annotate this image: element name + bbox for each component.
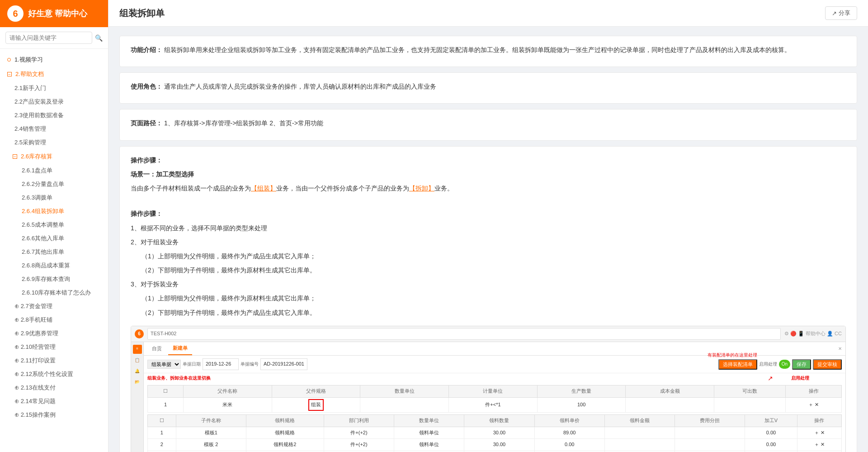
sidebar-item-print[interactable]: ⊕ 2.11打印设置	[0, 354, 108, 367]
th2-amount: 领料金额	[604, 414, 675, 427]
ss-toolbar-left: 组装单据 拆卸单据 单据日期 2019-12-26 单据编号 AD-201912…	[147, 358, 307, 370]
ss-upper-table: ☐ 父件名称 父件规格 数量单位 计量单位 生产数量 成本金额 可出数	[144, 383, 845, 414]
sidebar-item-purchase[interactable]: 2.5采购管理	[0, 136, 108, 149]
td-qty-val: 100	[537, 398, 626, 413]
td-avail-val	[714, 398, 786, 413]
sidebar: 6 好生意 帮助中心 🔍 1.视频学习 − 2.帮助文档 2.1新手入门 2.2…	[0, 0, 108, 452]
main-content: 组装拆卸单 ↗ 分享 功能介绍： 组装拆卸单用来处理企业组装或拆卸等加工业务，支…	[108, 0, 868, 452]
ss-annotation2: 组装业务、拆卸业务在这里切换	[147, 374, 211, 382]
expand-dot: ⊕	[14, 303, 21, 309]
sidebar-item-2610[interactable]: 2.6.10库存账本错了怎么办	[0, 286, 108, 300]
sidebar-item-mobile[interactable]: ⊕ 2.8手机旺铺	[0, 313, 108, 327]
ss-id-label: 单据编号	[241, 360, 259, 368]
nav-tree: 1.视频学习 − 2.帮助文档 2.1新手入门 2.2产品安装及登录 2.3使用…	[0, 49, 108, 452]
nav-label: 2.帮助文档	[15, 70, 44, 78]
search-box: 🔍	[0, 27, 108, 49]
th-parent-name: 父件名称	[183, 385, 272, 398]
ss-annotation3: 启用处理	[791, 374, 809, 382]
ss-select-bom-btn[interactable]: 选择装配清单	[718, 359, 757, 370]
sidebar-item-install[interactable]: 2.2产品安装及登录	[0, 95, 108, 109]
sidebar-item-268[interactable]: 2.6.8商品成本重算	[0, 259, 108, 272]
th-parent-spec: 父件规格	[272, 385, 360, 398]
sidebar-item-ops[interactable]: ⊕ 2.10经营管理	[0, 340, 108, 354]
th-qty: 生产数量	[537, 385, 626, 398]
sidebar-item-pay[interactable]: ⊕ 2.13在线支付	[0, 381, 108, 395]
step2-sub1: （1）上部明细为父件明细，最终作为产成品生成其它入库单；	[142, 251, 846, 262]
sidebar-item-video[interactable]: 1.视频学习	[0, 52, 108, 67]
sidebar-item-269[interactable]: 2.6.9库存账本查询	[0, 272, 108, 286]
ops-label: 操作步骤：	[131, 155, 846, 166]
main-header: 组装拆卸单 ↗ 分享	[108, 0, 868, 27]
step3-sub1: （1）上部明细为父件明细，最终作为原材料生成其它出库单；	[142, 293, 846, 304]
logo-icon: 6	[7, 5, 24, 22]
search-icon[interactable]: 🔍	[95, 34, 103, 42]
sidebar-item-266[interactable]: 2.6.6其他入库单	[0, 232, 108, 245]
expand-icon	[7, 58, 11, 62]
sidebar-item-263[interactable]: 2.6.3调拨单	[0, 191, 108, 205]
role-card: 使用角色： 通常由生产人员或库管人员完成拆装业务的操作，库管人员确认原材料的出库…	[119, 72, 857, 104]
ss-logo-icon: 6	[135, 329, 144, 338]
collapse-icon: −	[13, 154, 17, 159]
td-cost-val	[626, 398, 714, 413]
sidebar-item-data[interactable]: 2.3使用前数据准备	[0, 109, 108, 122]
ss-type-select[interactable]: 组装单据 拆卸单据	[147, 360, 181, 369]
expand-dot: ⊕	[14, 330, 21, 337]
step1: 1、根据不同的业务，选择不同单据的类型来处理	[131, 223, 846, 234]
role-text: 使用角色： 通常由生产人员或库管人员完成拆装业务的操作，库管人员确认原材料的出库…	[131, 81, 846, 92]
ss-annotation-row: 组装业务、拆卸业务在这里切换 ↗ 启用处理	[144, 373, 845, 383]
ss-annotation1: 有装配清单的在这里处理	[708, 351, 757, 359]
ss-url-bar: TEST-H002	[147, 328, 781, 340]
ss-side-icon3: 🔔	[131, 366, 143, 376]
sidebar-item-inventory[interactable]: − 2.6库存核算	[0, 149, 108, 164]
sidebar-item-264[interactable]: 2.6.4组装拆卸单	[0, 205, 108, 218]
search-input[interactable]	[5, 32, 92, 44]
ss-side-icon2: 📋	[131, 355, 143, 366]
th2-share: 费用分担	[675, 414, 745, 427]
sidebar-item-coupon[interactable]: ⊕ 2.9优惠券管理	[0, 327, 108, 340]
sidebar-item-262[interactable]: 2.6.2分量盘点单	[0, 177, 108, 191]
ss-arrow2: ↗	[768, 373, 773, 384]
table-row: 1 米米 组装 件+<*1 100 ＋ ✕	[148, 398, 842, 413]
td-op: ＋ ✕	[786, 398, 842, 413]
ss-submit-btn[interactable]: 提交审核	[813, 359, 842, 370]
sidebar-item-newbie[interactable]: 2.1新手入门	[0, 81, 108, 95]
th-cost: 成本金额	[626, 385, 714, 398]
sidebar-item-finance[interactable]: ⊕ 2.7资金管理	[0, 300, 108, 313]
scenario1-desc: 当由多个子件材料组装成一个成品的业务为【组装】业务，当由一个父件拆分成多个子产品…	[131, 183, 846, 194]
share-icon: ↗	[832, 10, 837, 17]
sidebar-item-cases[interactable]: ⊕ 2.15操作案例	[0, 408, 108, 422]
ss-toolbar-right: 有装配清单的在这里处理 选择装配清单 启用处理 On 保存 提交审核	[718, 359, 842, 370]
expand-dot: ⊕	[14, 411, 21, 418]
sidebar-item-custom[interactable]: ⊕ 2.12系统个性化设置	[0, 367, 108, 381]
ss-lower-table: ☐ 子件名称 领料规格 部门利用 数量单位 领料数量 领料单价 领料金额	[144, 414, 845, 452]
sidebar-item-265[interactable]: 2.6.5成本调整单	[0, 218, 108, 232]
scenario1-label: 场景一：加工类型选择	[131, 169, 846, 180]
role-label: 使用角色：	[131, 83, 162, 90]
td-spec-redbox: 组装	[308, 399, 324, 411]
th2-unit: 数量单位	[394, 414, 464, 427]
expand-dot: ⊕	[14, 343, 21, 350]
sidebar-item-267[interactable]: 2.6.7其他出库单	[0, 245, 108, 259]
ss-tab-home[interactable]: 自贡	[147, 343, 166, 355]
path-card: 页面路径： 1、库存核算->库存管理->组装拆卸单 2、首页->常用功能	[119, 109, 857, 140]
th2-child-name: 子件名称	[176, 414, 246, 427]
td-num: 1	[148, 398, 184, 413]
th2-price: 领料单价	[534, 414, 604, 427]
share-button[interactable]: ↗ 分享	[825, 6, 857, 20]
ss-id-field: AD-20191226-001	[260, 358, 307, 370]
expand-dot: ⊕	[14, 357, 21, 364]
sidebar-item-faq[interactable]: ⊕ 2.14常见问题	[0, 395, 108, 408]
th-unit: 数量单位	[360, 385, 449, 398]
sidebar-item-docs[interactable]: − 2.帮助文档	[0, 67, 108, 81]
ss-save-btn[interactable]: 保存	[792, 359, 811, 370]
ss-tab-new[interactable]: 新建单	[168, 342, 192, 356]
ss-switch-on[interactable]: On	[779, 360, 790, 369]
sidebar-item-sales[interactable]: 2.4销售管理	[0, 122, 108, 136]
nav-label: 1.视频学习	[14, 56, 43, 64]
link-disassembly[interactable]: 【拆卸】	[409, 185, 434, 192]
ops-card: 操作步骤： 场景一：加工类型选择 当由多个子件材料组装成一个成品的业务为【组装】…	[119, 146, 857, 452]
screenshot-inner: 6 TEST-H002 ⚙ 🔴 📱 帮助中心 👤 CC ≡ 📋 🔔 📂	[131, 326, 845, 452]
ss-tab-close[interactable]: ✕	[838, 345, 842, 353]
sidebar-item-261[interactable]: 2.6.1盘点单	[0, 164, 108, 177]
link-assembly[interactable]: 【组装】	[251, 185, 276, 192]
